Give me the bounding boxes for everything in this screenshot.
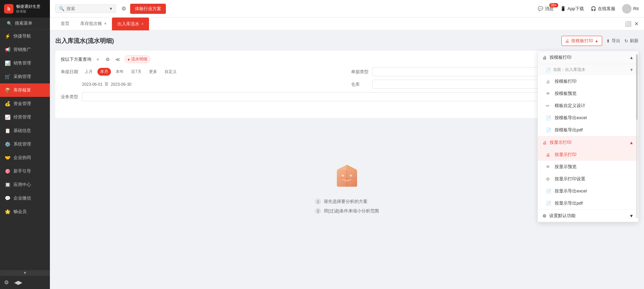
- settings-gear-icon[interactable]: ⚙: [4, 279, 9, 286]
- sidebar-item-marketing[interactable]: 📢 营销推广: [0, 43, 50, 56]
- sidebar-search[interactable]: 🔍 搜索菜单: [0, 18, 50, 29]
- sidebar-item-label: 系统管理: [13, 141, 46, 147]
- dropdown-item-template-print[interactable]: 🖨 按模板打印: [538, 75, 638, 87]
- sidebar-item-apps[interactable]: 🔲 应用中心: [0, 178, 50, 191]
- set-default-label: 设置默认功能: [549, 213, 576, 219]
- date-custom[interactable]: 自定义: [162, 68, 179, 76]
- dropdown-item-set-default[interactable]: ⚙ 设置默认功能 ▼: [538, 209, 638, 222]
- display-pdf-label: 按显示导出pdf: [555, 200, 583, 206]
- filter-settings-button[interactable]: ⚙: [104, 56, 111, 63]
- close-window-icon[interactable]: ✕: [634, 21, 639, 27]
- panel-collapse-icon[interactable]: ▲: [629, 55, 634, 60]
- collapse-sidebar-icon[interactable]: ◀▶: [14, 279, 22, 286]
- sidebar-item-guide[interactable]: 🎯 新手引导: [0, 164, 50, 178]
- export-label: 导出: [612, 38, 620, 44]
- sidebar-item-system[interactable]: ⚙️ 系统管理: [0, 137, 50, 151]
- panel-scrollbar[interactable]: [636, 54, 638, 218]
- sidebar-scroll-down[interactable]: ▼: [0, 270, 50, 275]
- tab-home[interactable]: 首页: [55, 18, 75, 30]
- filter-collapse-button[interactable]: ≪: [114, 56, 122, 63]
- display-print-header-icon: 🖨: [543, 140, 547, 145]
- set-default-chevron-icon: ▼: [629, 213, 634, 218]
- system-icon: ⚙️: [4, 141, 11, 147]
- guide-icon: 🎯: [4, 168, 11, 174]
- headset-icon: 🎧: [591, 6, 596, 11]
- dropdown-panel-header: 🖨 按模板打印 ▲: [538, 51, 638, 64]
- refresh-label: 刷新: [630, 38, 639, 44]
- sidebar-item-basics[interactable]: 📋 基础信息: [0, 124, 50, 137]
- user-avatar: [622, 4, 632, 14]
- sidebar-item-cooperation[interactable]: 🤝 企业协同: [0, 151, 50, 164]
- customer-service-label: 在线客服: [598, 6, 615, 12]
- date-last-month[interactable]: 上月: [82, 68, 95, 76]
- display-preview-icon: 👁: [546, 164, 551, 169]
- dropdown-item-template-export-pdf[interactable]: 📄 按模板导出pdf: [538, 124, 638, 136]
- dropdown-item-template-export-excel[interactable]: 📄 按模板导出excel: [538, 112, 638, 124]
- sidebar-item-sales[interactable]: 📊 销售管理: [0, 56, 50, 70]
- sidebar-item-inventory[interactable]: 📦 库存核算: [0, 83, 50, 97]
- dropdown-item-display-preview[interactable]: 👁 按显示预览: [538, 161, 638, 173]
- dropdown-item-display-export-pdf[interactable]: 📄 按显示导出pdf: [538, 197, 638, 209]
- export-button[interactable]: ⬆ 导出: [606, 38, 620, 44]
- maximize-icon[interactable]: ⬜: [625, 21, 632, 27]
- tabs-bar: 首页 库存批次账 × 出入库流水 × ⬜ ✕: [50, 18, 644, 30]
- topbar-search-input[interactable]: [66, 6, 107, 11]
- export-icon: ⬆: [606, 38, 610, 44]
- svg-marker-2: [347, 165, 357, 170]
- display-print-collapse-icon: ▲: [629, 140, 634, 145]
- topbar-search-box[interactable]: 🔍 ▼: [55, 4, 116, 13]
- dropdown-item-template-preview[interactable]: 👁 按模板预览: [538, 87, 638, 100]
- sidebar-item-purchase[interactable]: 🛒 采购管理: [0, 70, 50, 83]
- refresh-button[interactable]: ↻ 刷新: [624, 38, 639, 44]
- marketing-icon: 📢: [4, 47, 11, 52]
- current-label-text: 当前：出入库流水: [553, 67, 585, 73]
- step-1-number: 1: [315, 199, 321, 205]
- display-preview-label: 按显示预览: [555, 164, 577, 170]
- date-this-year[interactable]: 本年: [113, 68, 126, 76]
- tab-inventory-flow-label: 出入库流水: [117, 21, 139, 27]
- date-this-month[interactable]: 本月: [97, 68, 111, 76]
- dropdown-item-display-print-settings[interactable]: ⚙ 按显示打印设置: [538, 173, 638, 185]
- sidebar-item-finance[interactable]: 💰 资金管理: [0, 97, 50, 110]
- user-profile-button[interactable]: Rit: [622, 4, 639, 14]
- dropdown-item-display-export-excel[interactable]: 📄 按显示导出excel: [538, 185, 638, 197]
- filter-add-button[interactable]: ＋: [94, 56, 101, 63]
- dropdown-display-print-header[interactable]: 🖨 按显示打印 ▲: [538, 136, 638, 149]
- tab-batch-account[interactable]: 库存批次账 ×: [75, 18, 112, 30]
- date-options: 上月 本月 本年 近7天 更多 自定义: [82, 68, 179, 76]
- customer-service-button[interactable]: 🎧 在线客服: [591, 6, 615, 12]
- current-template-label: 📄 当前：出入库流水 ▼: [538, 64, 638, 75]
- topbar: 🔍 ▼ ⚙ 体验行业方案 💬 消息 99+ 📱 App下载 🎧 在线客服 R: [50, 0, 644, 18]
- sidebar-item-operations[interactable]: 📈 经营管理: [0, 110, 50, 124]
- industry-solution-button[interactable]: 体验行业方案: [130, 4, 166, 14]
- sidebar-item-quick-nav[interactable]: ⚡ 快捷导航: [0, 29, 50, 43]
- app-download-button[interactable]: 📱 App下载: [560, 6, 584, 12]
- dropdown-item-template-customize[interactable]: ✏ 模板自定义设计: [538, 100, 638, 112]
- current-chevron-icon: ▼: [630, 68, 634, 72]
- panel-title: 按模板打印: [550, 54, 572, 60]
- logo-icon: b: [4, 4, 13, 14]
- topbar-search-dropdown[interactable]: ▼: [109, 6, 113, 11]
- tab-inventory-flow-close[interactable]: ×: [141, 22, 144, 26]
- date-more[interactable]: 更多: [146, 68, 160, 76]
- svg-point-5: [342, 175, 344, 177]
- date-last-7-days[interactable]: 近7天: [128, 68, 144, 76]
- sidebar-item-member[interactable]: 🌟 畅会员: [0, 205, 50, 218]
- tab-inventory-flow[interactable]: 出入库流水 ×: [112, 18, 149, 30]
- topbar-gear-icon[interactable]: ⚙: [121, 5, 126, 12]
- sidebar-item-label: 采购管理: [13, 74, 46, 80]
- cooperation-icon: 🤝: [4, 155, 11, 160]
- template-print-button[interactable]: 🖨 按模板打印 ▲: [561, 36, 602, 46]
- edition-label: 标准版: [16, 9, 40, 14]
- sidebar-item-wechat[interactable]: 💬 企业微信: [0, 191, 50, 205]
- notifications-button[interactable]: 💬 消息 99+: [538, 6, 554, 12]
- inventory-icon: 📦: [4, 87, 11, 93]
- tab-batch-account-close[interactable]: ×: [104, 21, 107, 26]
- notifications-badge: 99+: [549, 3, 558, 7]
- sidebar-item-label: 应用中心: [13, 182, 46, 188]
- display-settings-icon: ⚙: [546, 177, 551, 182]
- template-preview-icon: 👁: [546, 91, 551, 96]
- sidebar-item-label: 新手引导: [13, 168, 46, 174]
- dropdown-item-display-print[interactable]: 🖨 按显示打印: [538, 149, 638, 161]
- purchase-icon: 🛒: [4, 74, 11, 79]
